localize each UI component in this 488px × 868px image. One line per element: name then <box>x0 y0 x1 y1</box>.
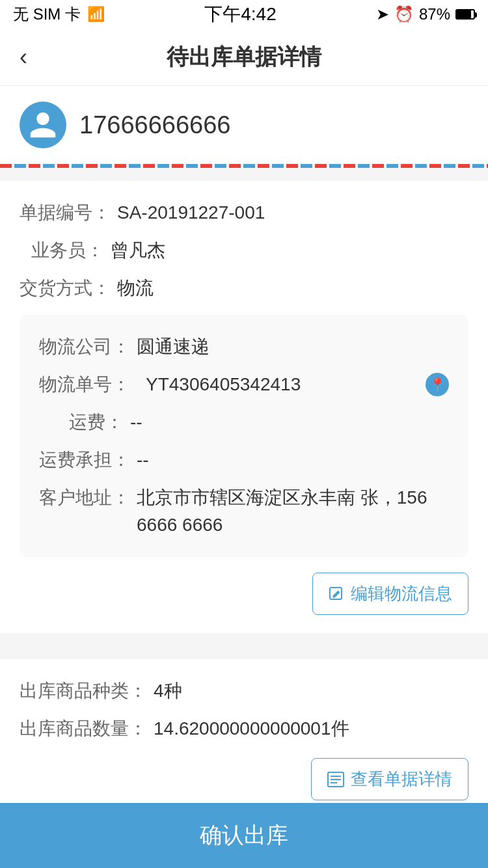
product-types-label: 出库商品种类： <box>20 677 147 705</box>
status-time: 下午4:42 <box>204 2 277 27</box>
view-detail-row: 查看单据详情 <box>20 758 468 800</box>
track-location-icon[interactable] <box>426 373 449 396</box>
status-right: ➤ ⏰ 87% <box>376 5 475 23</box>
status-left: 无 SIM 卡 📶 <box>13 4 105 25</box>
product-qty-value: 14.620000000000001件 <box>147 715 468 742</box>
edit-icon <box>329 586 344 602</box>
color-divider <box>0 164 488 168</box>
edit-logistics-button[interactable]: 编辑物流信息 <box>312 573 468 615</box>
document-no-row: 单据编号： SA-20191227-001 <box>20 199 468 226</box>
document-no-value: SA-20191227-001 <box>111 199 468 226</box>
edit-logistics-row: 编辑物流信息 <box>20 573 468 615</box>
product-types-row: 出库商品种类： 4种 <box>20 677 468 705</box>
document-icon <box>327 772 344 787</box>
view-detail-button[interactable]: 查看单据详情 <box>311 758 468 800</box>
confirm-outbound-label: 确认出库 <box>200 821 288 850</box>
tracking-label: 物流单号： <box>39 371 130 398</box>
salesperson-label: 业务员： <box>20 237 104 264</box>
outbound-section: 出库商品种类： 4种 出库商品数量： 14.620000000000001件 查… <box>0 659 488 819</box>
user-header: 17666666666 <box>0 86 488 164</box>
logistics-company-label: 物流公司： <box>39 333 130 360</box>
location-status-icon: ➤ <box>376 5 389 23</box>
wifi-icon: 📶 <box>87 6 105 23</box>
product-qty-row: 出库商品数量： 14.620000000000001件 <box>20 715 468 742</box>
freight-label: 运费： <box>39 409 124 436</box>
avatar <box>20 102 66 148</box>
edit-logistics-label: 编辑物流信息 <box>351 582 452 605</box>
basic-info-section: 单据编号： SA-20191227-001 业务员： 曾凡杰 交货方式： 物流 … <box>0 181 488 633</box>
tracking-value: YT4306405342413 <box>139 371 416 398</box>
logistics-section: 物流公司： 圆通速递 物流单号： YT4306405342413 运费： -- … <box>20 315 468 557</box>
back-button[interactable]: ‹ <box>20 44 27 71</box>
logistics-company-row: 物流公司： 圆通速递 <box>39 333 449 360</box>
page-title: 待出库单据详情 <box>167 42 321 72</box>
product-qty-label: 出库商品数量： <box>20 715 147 742</box>
freight-value: -- <box>124 409 449 436</box>
salesperson-row: 业务员： 曾凡杰 <box>20 237 468 264</box>
address-label: 客户地址： <box>39 484 130 511</box>
delivery-value: 物流 <box>111 275 468 302</box>
confirm-outbound-button[interactable]: 确认出库 <box>0 803 488 868</box>
document-no-label: 单据编号： <box>20 199 111 226</box>
battery-label: 87% <box>419 5 450 23</box>
sim-label: 无 SIM 卡 <box>13 4 81 25</box>
address-value: 北京市市辖区海淀区永丰南 张，156 6666 6666 <box>130 484 449 539</box>
alarm-icon: ⏰ <box>394 5 414 23</box>
address-row: 客户地址： 北京市市辖区海淀区永丰南 张，156 6666 6666 <box>39 484 449 539</box>
delivery-label: 交货方式： <box>20 275 111 302</box>
battery-icon <box>455 9 475 20</box>
user-phone: 17666666666 <box>79 111 230 139</box>
status-bar: 无 SIM 卡 📶 下午4:42 ➤ ⏰ 87% <box>0 0 488 29</box>
product-types-value: 4种 <box>147 677 468 705</box>
section-gap <box>0 633 488 646</box>
logistics-company-value: 圆通速递 <box>130 333 449 360</box>
delivery-row: 交货方式： 物流 <box>20 275 468 302</box>
tracking-number-row: 物流单号： YT4306405342413 <box>39 371 449 398</box>
avatar-icon <box>27 109 59 141</box>
view-detail-label: 查看单据详情 <box>351 768 452 791</box>
freight-burden-value: -- <box>130 446 449 474</box>
salesperson-value: 曾凡杰 <box>104 237 468 264</box>
freight-burden-row: 运费承担： -- <box>39 446 449 474</box>
freight-row: 运费： -- <box>39 409 449 436</box>
freight-burden-label: 运费承担： <box>39 446 130 474</box>
navigation-bar: ‹ 待出库单据详情 <box>0 29 488 86</box>
